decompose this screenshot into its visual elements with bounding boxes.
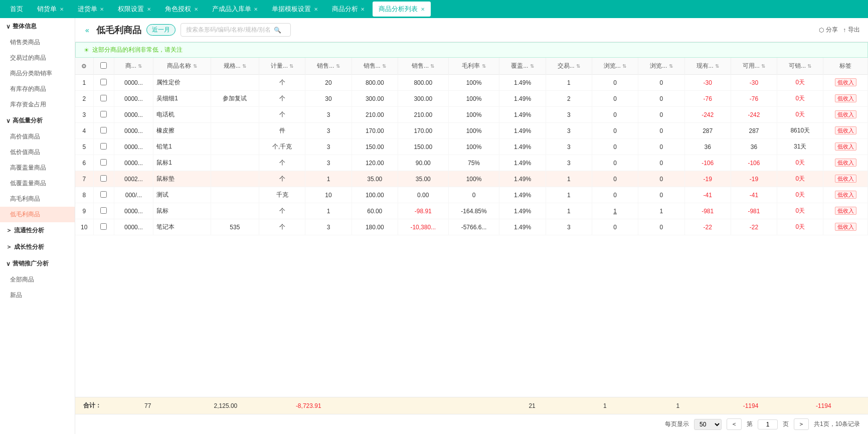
col-checkbox[interactable] bbox=[93, 58, 114, 75]
cell-current-stock: 287 bbox=[684, 123, 731, 139]
nav-close-sales[interactable]: ✕ bbox=[60, 7, 64, 12]
page-size-select[interactable]: 50 100 200 bbox=[694, 419, 722, 430]
col-transaction[interactable]: 交易... ⇅ bbox=[546, 58, 592, 75]
cell-checkbox[interactable] bbox=[93, 171, 114, 187]
row-checkbox[interactable] bbox=[100, 175, 107, 182]
row-checkbox[interactable] bbox=[100, 111, 107, 117]
cell-checkbox[interactable] bbox=[93, 219, 114, 235]
sidebar-item-high-margin[interactable]: 高毛利商品 bbox=[0, 191, 75, 207]
col-sales-price[interactable]: 销售... ⇅ bbox=[352, 58, 398, 75]
export-btn[interactable]: ↑ 导出 bbox=[843, 26, 860, 34]
sidebar-item-all-goods[interactable]: 全部商品 bbox=[0, 272, 75, 287]
nav-template-settings[interactable]: 单据模板设置 ✕ bbox=[266, 2, 324, 17]
sidebar-item-in-stock-goods[interactable]: 有库存的商品 bbox=[0, 81, 75, 97]
col-settings[interactable]: ⚙ bbox=[75, 58, 93, 75]
cell-tag: 低收入 bbox=[823, 171, 868, 187]
share-btn[interactable]: ⬡ 分享 bbox=[819, 26, 838, 34]
cell-checkbox[interactable] bbox=[93, 107, 114, 123]
col-saleable-days[interactable]: 可销... ⇅ bbox=[777, 58, 823, 75]
cell-browse1[interactable]: 1 bbox=[592, 203, 638, 219]
sidebar-group-marketing[interactable]: ∨ 营销推广分析 bbox=[0, 255, 75, 272]
sidebar-item-low-value[interactable]: 低价值商品 bbox=[0, 144, 75, 160]
nav-product-analysis-list[interactable]: 商品分析列表 ✕ bbox=[373, 2, 431, 17]
footer-browse1: 1 bbox=[590, 402, 620, 409]
col-browse2[interactable]: 浏览... ⇅ bbox=[638, 58, 684, 75]
col-available-stock[interactable]: 可用... ⇅ bbox=[731, 58, 777, 75]
col-spec[interactable]: 规格... ⇅ bbox=[211, 58, 259, 75]
col-sales-qty[interactable]: 销售... ⇅ bbox=[305, 58, 352, 75]
sidebar-group-overall[interactable]: ∨ 整体信息 bbox=[0, 18, 75, 35]
cell-sales-amount: 90.00 bbox=[398, 155, 448, 171]
nav-close-roles[interactable]: ✕ bbox=[194, 7, 198, 12]
cell-checkbox[interactable] bbox=[93, 123, 114, 139]
page-suffix: 页 bbox=[783, 420, 789, 428]
nav-product-analysis[interactable]: 商品分析 ✕ bbox=[326, 2, 371, 17]
cell-checkbox[interactable] bbox=[93, 203, 114, 219]
row-checkbox[interactable] bbox=[100, 127, 107, 133]
select-all-checkbox[interactable] bbox=[100, 62, 107, 69]
sidebar-item-low-margin[interactable]: 低毛利商品 bbox=[0, 207, 75, 222]
cell-tag: 低收入 bbox=[823, 155, 868, 171]
search-box[interactable]: 搜索条形码/编码/名称/规格/别名 🔍 bbox=[181, 23, 291, 37]
cell-sales-price: 60.00 bbox=[352, 203, 398, 219]
col-gross-margin[interactable]: 毛利率 ⇅ bbox=[448, 58, 499, 75]
col-tag[interactable]: 标签 bbox=[823, 58, 868, 75]
cell-browse2: 0 bbox=[638, 123, 684, 139]
nav-close-template-settings[interactable]: ✕ bbox=[314, 7, 318, 12]
sidebar-collapse-btn[interactable]: « bbox=[83, 24, 91, 36]
col-sales-amount[interactable]: 销售... ⇅ bbox=[398, 58, 448, 75]
nav-home[interactable]: 首页 bbox=[4, 2, 29, 17]
search-icon[interactable]: 🔍 bbox=[274, 27, 281, 34]
sidebar-group-growth[interactable]: ＞ 成长性分析 bbox=[0, 239, 75, 255]
col-name[interactable]: 商品名称 ⇅ bbox=[153, 58, 211, 75]
sidebar-group-circulation[interactable]: ＞ 流通性分析 bbox=[0, 222, 75, 239]
nav-close-product-analysis[interactable]: ✕ bbox=[361, 7, 365, 12]
next-page-btn[interactable]: ＞ bbox=[794, 418, 809, 430]
col-coverage[interactable]: 覆盖... ⇅ bbox=[499, 58, 546, 75]
cell-checkbox[interactable] bbox=[93, 91, 114, 107]
cell-sales-price: 35.00 bbox=[352, 171, 398, 187]
current-page-input[interactable] bbox=[758, 419, 778, 429]
share-icon: ⬡ bbox=[819, 27, 824, 34]
cell-checkbox[interactable] bbox=[93, 187, 114, 203]
nav-close-product-analysis-list[interactable]: ✕ bbox=[421, 7, 425, 12]
nav-close-permissions[interactable]: ✕ bbox=[147, 7, 151, 12]
nav-product-entry[interactable]: 产成品入库单 ✕ bbox=[206, 2, 264, 17]
nav-roles[interactable]: 角色授权 ✕ bbox=[159, 2, 204, 17]
nav-close-product-entry[interactable]: ✕ bbox=[254, 7, 258, 12]
row-checkbox[interactable] bbox=[100, 223, 107, 230]
col-current-stock[interactable]: 现有... ⇅ bbox=[684, 58, 731, 75]
sidebar-item-category-sales-rate[interactable]: 商品分类助销率 bbox=[0, 66, 75, 81]
row-checkbox[interactable] bbox=[100, 95, 107, 101]
cell-saleable-days: 0天 bbox=[777, 203, 823, 219]
col-browse1[interactable]: 浏览... ⇅ bbox=[592, 58, 638, 75]
cell-coverage: 1.49% bbox=[499, 107, 546, 123]
row-checkbox[interactable] bbox=[100, 79, 107, 85]
cell-transaction: 3 bbox=[546, 123, 592, 139]
sidebar-item-high-value[interactable]: 高价值商品 bbox=[0, 129, 75, 144]
row-checkbox[interactable] bbox=[100, 159, 107, 166]
nav-permissions[interactable]: 权限设置 ✕ bbox=[112, 2, 157, 17]
col-unit[interactable]: 计量... ⇅ bbox=[259, 58, 305, 75]
row-checkbox[interactable] bbox=[100, 207, 107, 214]
row-checkbox[interactable] bbox=[100, 143, 107, 150]
sidebar-group-high-low[interactable]: ∨ 高低量分析 bbox=[0, 112, 75, 129]
nav-purchase[interactable]: 进货单 ✕ bbox=[72, 2, 110, 17]
sidebar-item-high-coverage[interactable]: 高覆盖量商品 bbox=[0, 160, 75, 176]
cell-checkbox[interactable] bbox=[93, 155, 114, 171]
sidebar-item-traded-goods[interactable]: 交易过的商品 bbox=[0, 50, 75, 66]
filter-recent-month-btn[interactable]: 近一月 bbox=[146, 24, 176, 36]
sidebar-item-new-goods[interactable]: 新品 bbox=[0, 287, 75, 303]
nav-close-purchase[interactable]: ✕ bbox=[100, 7, 104, 12]
cell-checkbox[interactable] bbox=[93, 75, 114, 91]
nav-sales[interactable]: 销货单 ✕ bbox=[31, 2, 70, 17]
cell-coverage: 1.49% bbox=[499, 91, 546, 107]
cell-checkbox[interactable] bbox=[93, 139, 114, 155]
cell-no: 4 bbox=[75, 123, 93, 139]
prev-page-btn[interactable]: ＜ bbox=[727, 418, 742, 430]
sidebar-item-low-coverage[interactable]: 低覆盖量商品 bbox=[0, 176, 75, 191]
row-checkbox[interactable] bbox=[100, 191, 107, 198]
col-code[interactable]: 商... ⇅ bbox=[114, 58, 153, 75]
sidebar-item-stock-capital[interactable]: 库存资金占用 bbox=[0, 97, 75, 112]
sidebar-item-sales-goods[interactable]: 销售类商品 bbox=[0, 35, 75, 50]
